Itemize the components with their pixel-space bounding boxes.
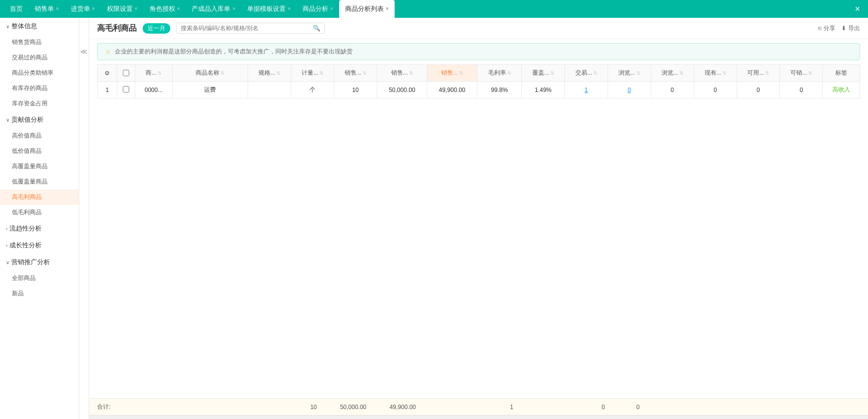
content-area: 高毛利商品 近一月 🔍 ⎋ 分享 ⬇ 导出 xyxy=(89,18,868,419)
sidebar-group-growth[interactable]: › 成长性分析 xyxy=(0,237,79,254)
sidebar-group-contribution[interactable]: ∨ 贡献值分析 xyxy=(0,111,79,128)
table-row: 1 0000... 运费 个 10 50,000.00 49,900.00 99… xyxy=(98,82,860,98)
sort-name-icon[interactable]: ⇅ xyxy=(220,70,224,76)
sidebar-item-new-goods[interactable]: 新品 xyxy=(0,286,79,301)
col-tag: 标签 xyxy=(823,65,860,82)
search-input[interactable] xyxy=(181,25,310,32)
sort-margin-icon[interactable]: ⇅ xyxy=(507,70,511,76)
expand-marketing-icon: ∨ xyxy=(6,260,9,265)
top-nav: 首页 销售单 × 进货单 × 权限设置 × 角色授权 × 产成品入库单 × 单据… xyxy=(0,0,868,18)
sort-browse1-icon[interactable]: ⇅ xyxy=(636,70,640,76)
close-sales-order-icon[interactable]: × xyxy=(56,0,59,18)
sidebar-item-high-coverage[interactable]: 高覆盖量商品 xyxy=(0,159,79,174)
sidebar-item-high-margin[interactable]: 高毛利商品 xyxy=(0,189,79,205)
col-settings[interactable]: ⚙ xyxy=(98,65,117,82)
col-browse2: 浏览... ⇅ xyxy=(651,65,694,82)
transaction-link[interactable]: 1 xyxy=(585,87,588,93)
sidebar-item-sales-goods[interactable]: 销售货商品 xyxy=(0,35,79,50)
export-button[interactable]: ⬇ 导出 xyxy=(841,24,860,33)
page-title: 高毛利商品 xyxy=(97,23,137,34)
close-permission-icon[interactable]: × xyxy=(135,0,138,18)
nav-product-analysis[interactable]: 商品分析 × xyxy=(297,0,339,18)
cell-checkbox[interactable] xyxy=(117,82,135,98)
col-sales-qty: 销售... ⇅ xyxy=(334,65,377,82)
sidebar-group-overview[interactable]: ∨ 整体信息 xyxy=(0,18,79,35)
nav-template-settings[interactable]: 单据模板设置 × xyxy=(241,0,297,18)
sidebar-item-low-coverage[interactable]: 低覆盖量商品 xyxy=(0,174,79,189)
footer-sales-profit: 49,900.00 xyxy=(378,404,427,411)
nav-home[interactable]: 首页 xyxy=(4,0,29,18)
sort-stock-icon[interactable]: ⇅ xyxy=(722,70,726,76)
col-sales-profit: 销售... ⇅ xyxy=(427,65,477,82)
sidebar-group-marketing[interactable]: ∨ 营销推广分析 xyxy=(0,254,79,271)
tip-icon: ☆ xyxy=(105,48,111,55)
share-button[interactable]: ⎋ 分享 xyxy=(818,24,835,33)
nav-product-analysis-list[interactable]: 商品分析列表 × xyxy=(339,0,395,18)
footer-sales-amount: 50,000.00 xyxy=(328,404,378,411)
sort-saleable-icon[interactable]: ⇅ xyxy=(808,70,812,76)
close-analysis-list-icon[interactable]: × xyxy=(386,0,389,18)
sort-sales-qty-icon[interactable]: ⇅ xyxy=(362,70,366,76)
sort-code-icon[interactable]: ⇅ xyxy=(157,70,161,76)
sidebar-item-all-goods[interactable]: 全部商品 xyxy=(0,271,79,286)
expand-growth-icon: › xyxy=(6,243,7,248)
cell-coverage: 1.49% xyxy=(522,82,565,98)
cell-spec xyxy=(248,82,291,98)
footer-cells: 10 50,000.00 49,900.00 1 0 0 xyxy=(120,404,860,411)
row-checkbox[interactable] xyxy=(123,86,129,93)
nav-sales-order[interactable]: 销售单 × xyxy=(29,0,65,18)
sort-unit-icon[interactable]: ⇅ xyxy=(319,70,323,76)
close-window-button[interactable]: × xyxy=(851,4,864,14)
sidebar-group-overview-items: 销售货商品 交易过的商品 商品分类助销率 有库存的商品 库存资金占用 xyxy=(0,35,79,111)
sort-coverage-icon[interactable]: ⇅ xyxy=(550,70,554,76)
close-analysis-icon[interactable]: × xyxy=(330,0,333,18)
nav-product-inbound[interactable]: 产成品入库单 × xyxy=(186,0,241,18)
cell-code: 0000... xyxy=(135,82,173,98)
search-icon[interactable]: 🔍 xyxy=(313,25,320,32)
col-gross-margin: 毛利率 ⇅ xyxy=(477,65,522,82)
col-checkbox[interactable] xyxy=(117,65,135,82)
cell-tag: 高收入 xyxy=(823,82,860,98)
close-purchase-order-icon[interactable]: × xyxy=(92,0,95,18)
browse1-link[interactable]: 0 xyxy=(627,87,631,93)
nav-purchase-order[interactable]: 进货单 × xyxy=(65,0,101,18)
info-banner: ☆ 企业的主要的利润都是这部分商品创造的，可考虑加大推广，同时关注库存是不要出现… xyxy=(97,43,860,60)
nav-permission-settings[interactable]: 权限设置 × xyxy=(101,0,144,18)
sidebar-item-low-margin[interactable]: 低毛利商品 xyxy=(0,205,79,220)
close-product-inbound-icon[interactable]: × xyxy=(232,0,235,18)
col-current-stock: 现有... ⇅ xyxy=(694,65,737,82)
sidebar-item-in-stock[interactable]: 有库存的商品 xyxy=(0,81,79,96)
total-label: 合计: xyxy=(97,403,110,411)
col-spec: 规格... ⇅ xyxy=(248,65,291,82)
sort-spec-icon[interactable]: ⇅ xyxy=(276,70,280,76)
sort-sales-amount-icon[interactable]: ⇅ xyxy=(409,70,413,76)
sort-transaction-icon[interactable]: ⇅ xyxy=(593,70,597,76)
close-template-icon[interactable]: × xyxy=(288,0,291,18)
expand-trend-icon: › xyxy=(6,226,7,232)
col-code: 商... ⇅ xyxy=(135,65,173,82)
table-header-row: ⚙ 商... ⇅ xyxy=(98,65,860,82)
sort-browse2-icon[interactable]: ⇅ xyxy=(679,70,683,76)
col-transaction: 交易... ⇅ xyxy=(564,65,608,82)
search-box[interactable]: 🔍 xyxy=(176,23,325,34)
sidebar-item-stock-capital[interactable]: 库存资金占用 xyxy=(0,96,79,111)
bottom-scrollbar[interactable] xyxy=(89,415,868,419)
sidebar-group-trend[interactable]: › 流趋性分析 xyxy=(0,220,79,237)
col-available: 可用... ⇅ xyxy=(737,65,780,82)
sidebar-group-contribution-items: 高价值商品 低价值商品 高覆盖量商品 低覆盖量商品 高毛利商品 低毛利商品 xyxy=(0,128,79,220)
nav-role-auth[interactable]: 角色授权 × xyxy=(144,0,186,18)
filter-tag[interactable]: 近一月 xyxy=(143,23,170,34)
export-icon: ⬇ xyxy=(841,25,846,32)
cell-current-stock: 0 xyxy=(694,82,737,98)
sort-profit-icon[interactable]: ⇅ xyxy=(459,70,463,76)
sidebar-collapse-button[interactable]: ≪ xyxy=(79,18,89,419)
content-header: 高毛利商品 近一月 🔍 ⎋ 分享 ⬇ 导出 xyxy=(89,18,868,39)
sidebar-item-traded-goods[interactable]: 交易过的商品 xyxy=(0,50,79,65)
sidebar-item-category-rate[interactable]: 商品分类助销率 xyxy=(0,65,79,81)
sidebar-item-low-value[interactable]: 低价值商品 xyxy=(0,143,79,159)
sidebar-item-high-value[interactable]: 高价值商品 xyxy=(0,128,79,143)
table-container: ⚙ 商... ⇅ xyxy=(89,64,868,398)
select-all-checkbox[interactable] xyxy=(123,70,129,76)
close-role-icon[interactable]: × xyxy=(177,0,180,18)
sort-available-icon[interactable]: ⇅ xyxy=(765,70,769,76)
